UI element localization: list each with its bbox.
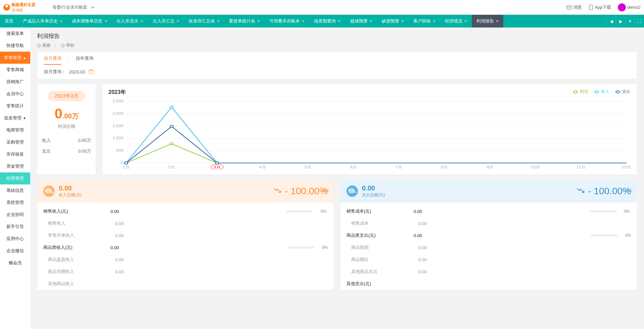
close-icon[interactable]: ×	[177, 18, 179, 24]
tab-by-month[interactable]: 按月查询	[44, 55, 61, 65]
avatar	[618, 3, 626, 11]
brand-name: 畅捷通好生意	[11, 2, 36, 8]
svg-text:12月: 12月	[622, 165, 631, 169]
breakdown-row: 销售成本(元)0.000%	[347, 205, 630, 217]
tab-收发存汇总表[interactable]: 收发存汇总表×	[184, 15, 224, 28]
logo[interactable]: 畅捷通好生意 标准版	[3, 2, 36, 13]
calendar-icon[interactable]	[89, 69, 93, 75]
tab-缺货预警[interactable]: 缺货预警×	[377, 15, 409, 28]
progress-bar	[591, 234, 617, 236]
sidebar-item-电商管理[interactable]: 电商管理	[0, 124, 30, 136]
svg-text:2月: 2月	[168, 165, 175, 169]
sidebar-item-企业协同[interactable]: 企业协同	[0, 209, 30, 221]
messages-button[interactable]: 消息	[566, 4, 582, 10]
close-icon[interactable]: ×	[370, 18, 372, 24]
tab-成本调整单历史[interactable]: 成本调整单历史×	[67, 15, 112, 28]
app-download-button[interactable]: App下载	[589, 4, 611, 10]
sidebar-item-应用中心[interactable]: 应用中心	[0, 233, 30, 245]
close-icon[interactable]: ×	[140, 18, 143, 24]
svg-text:5月: 5月	[305, 165, 312, 169]
svg-text:500: 500	[116, 149, 124, 152]
sidebar-item-新手引导[interactable]: 新手引导	[0, 221, 30, 233]
query-date-input[interactable]: 2023-03	[69, 69, 85, 74]
sidebar-item-资金管理[interactable]: 资金管理	[0, 160, 30, 172]
help-icon: ?	[61, 44, 65, 48]
tab-客户联络[interactable]: 客户联络×	[409, 15, 440, 28]
logo-icon	[3, 4, 10, 11]
user-menu[interactable]: demo2	[618, 3, 641, 11]
tab-要货单统计表[interactable]: 要货单统计表×	[224, 15, 265, 28]
main-content: 利润报告 视频 | ? 帮助 按月查询 | 按年查询 按月查询： 2023-03	[30, 28, 644, 329]
svg-text:11月: 11月	[576, 165, 586, 169]
tabs-close-button[interactable]: ✕	[625, 15, 635, 28]
tab-出入库流水[interactable]: 出入库流水×	[112, 15, 148, 28]
help-link[interactable]: ? 帮助	[61, 43, 74, 48]
legend-income[interactable]: 收入	[594, 89, 609, 95]
svg-point-38	[170, 125, 173, 128]
svg-text:8月: 8月	[441, 165, 448, 169]
sidebar-item-零售统计[interactable]: 零售统计	[0, 100, 30, 112]
svg-rect-0	[567, 6, 571, 9]
close-icon[interactable]: ×	[104, 18, 107, 24]
sidebar-item-零售管理[interactable]: 零售管理▲	[0, 52, 30, 64]
sidebar-item-零售商城[interactable]: 零售商城	[0, 64, 30, 76]
fullscreen-button[interactable]: ⛶	[635, 15, 644, 28]
sidebar-item-系统管理[interactable]: 系统管理	[0, 197, 30, 209]
close-icon[interactable]: ×	[60, 18, 62, 24]
play-icon	[37, 44, 41, 48]
svg-rect-1	[589, 5, 593, 10]
svg-text:1,000: 1,000	[112, 136, 124, 140]
tab-可用量库存账本[interactable]: 可用量库存账本×	[265, 15, 309, 28]
sidebar-item-批发管理[interactable]: 批发管理▼	[0, 112, 30, 124]
svg-text:0: 0	[121, 161, 124, 165]
tab-保质期查询[interactable]: 保质期查询×	[309, 15, 345, 28]
close-icon[interactable]: ×	[338, 18, 340, 24]
income-header: + 0.00 收入总额(元) - 100.00%	[37, 180, 334, 203]
expense-total: 0.00	[362, 184, 385, 192]
tab-首页[interactable]: 首页	[0, 15, 18, 28]
sidebar-item-基础信息[interactable]: 基础信息	[0, 184, 30, 197]
sidebar-item-经营管理[interactable]: 经营管理	[0, 172, 30, 184]
sidebar-item-搜索菜单[interactable]: 搜索菜单	[0, 28, 30, 40]
sidebar-item-企业微信[interactable]: 企业微信	[0, 245, 30, 257]
breakdown-row: 商品受赠收入0.00	[43, 266, 328, 278]
tab-利润报告[interactable]: 利润报告×	[472, 15, 503, 28]
sidebar-item-采购管理[interactable]: 采购管理	[0, 136, 30, 148]
expense-breakdown: 销售成本(元)0.000%销售成本0.00商品类支出(元)0.000%商品报损0…	[340, 203, 637, 290]
tab-出入库汇总[interactable]: 出入库汇总×	[148, 15, 184, 28]
expense-value: 0.00万	[78, 148, 91, 154]
tenant-name: 母婴行业演示账套	[52, 4, 87, 10]
legend-expense[interactable]: 支出	[615, 89, 630, 95]
tabs-next-button[interactable]: ▶	[616, 15, 625, 28]
sidebar-item-畅会员[interactable]: 畅会员	[0, 257, 30, 269]
period-card: 2023年3月 0.00万 利润总额 收入 0.00万 支出 0.00万	[37, 84, 96, 175]
video-link[interactable]: 视频	[37, 43, 50, 48]
tabs-prev-button[interactable]: ◀	[606, 15, 616, 28]
close-icon[interactable]: ×	[496, 18, 499, 24]
breakdown-row: 销售成本0.00	[347, 217, 631, 229]
sidebar-item-快捷导航[interactable]: 快捷导航	[0, 40, 30, 52]
query-panel: 按月查询 | 按年查询 按月查询： 2023-03	[37, 52, 637, 79]
svg-point-32	[170, 143, 173, 145]
breakdown-row: 商品类支出(元)0.000%	[347, 229, 631, 241]
sidebar-item-会员中心[interactable]: 会员中心	[0, 88, 30, 100]
tab-产成品入库单历史[interactable]: 产成品入库单历史×	[18, 15, 67, 28]
close-icon[interactable]: ×	[401, 18, 404, 24]
legend-profit[interactable]: 利润	[573, 89, 588, 95]
income-total: 0.00	[59, 184, 82, 192]
sidebar-item-营销推广[interactable]: 营销推广	[0, 76, 30, 88]
close-icon[interactable]: ×	[257, 18, 260, 24]
tab-经营情况[interactable]: 经营情况×	[440, 15, 472, 28]
period-badge: 2023年3月	[48, 91, 85, 101]
trend-down-icon	[273, 187, 282, 196]
close-icon[interactable]: ×	[217, 18, 220, 24]
tab-超储预警[interactable]: 超储预警×	[346, 15, 377, 28]
svg-text:2,000: 2,000	[112, 111, 124, 115]
close-icon[interactable]: ×	[302, 18, 305, 24]
tenant-selector[interactable]: 母婴行业演示账套	[52, 4, 95, 10]
tab-by-year[interactable]: 按年查询	[76, 55, 93, 65]
sidebar-item-库存核算[interactable]: 库存核算	[0, 148, 30, 160]
close-icon[interactable]: ×	[464, 18, 467, 24]
close-icon[interactable]: ×	[433, 18, 435, 24]
income-icon: +	[43, 185, 55, 197]
